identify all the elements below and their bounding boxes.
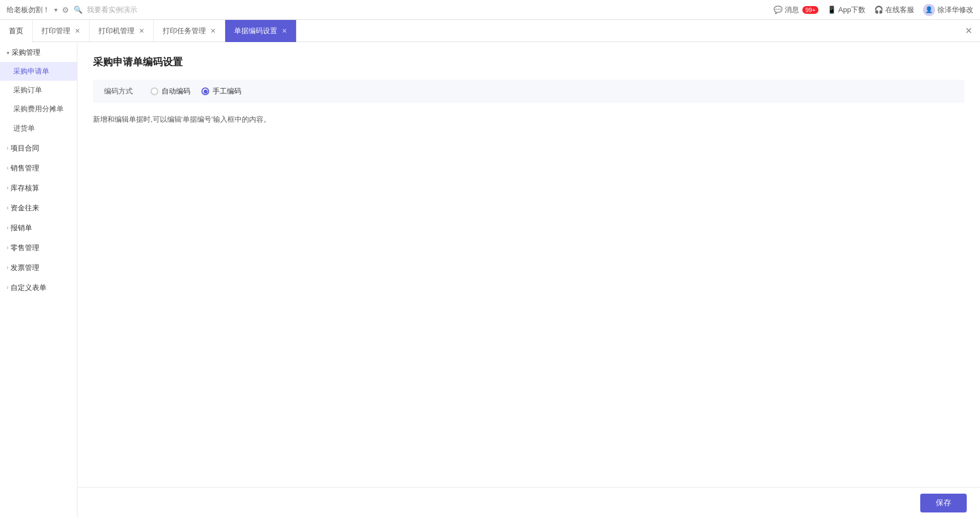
message-badge: 99+ [802,6,818,14]
collapse-arrow-icon-5: › [7,225,8,231]
radio-manual-circle [201,87,209,95]
app-download-button[interactable]: 📱 App下数 [827,5,865,15]
collapse-arrow-icon-4: › [7,205,8,211]
collapse-arrow-icon-6: › [7,245,8,251]
user-name: 徐泽华修改 [937,5,973,15]
radio-auto-circle [151,87,158,95]
tab-printer-manage-close[interactable]: ✕ [139,20,144,42]
collapse-arrow-icon-3: › [7,185,8,191]
avatar-icon: 👤 [923,4,935,16]
sidebar-group-sales-manage[interactable]: › 销售管理 [0,158,77,178]
encoding-section: 编码方式 自动编码 手工编码 [93,80,965,103]
online-service-label: 在线客服 [885,5,914,15]
app-icon: 📱 [827,6,836,14]
sidebar-item-purchase-expense[interactable]: 采购费用分摊单 [0,100,77,118]
sidebar-item-stock-in-label: 进货单 [13,124,35,132]
search-text: 我要看实例演示 [87,5,137,15]
sidebar-item-purchase-request-label: 采购申请单 [13,67,49,75]
top-bar-left: 给老板勿割！ ▾ ⚙ 🔍 我要看实例演示 [7,5,137,15]
radio-manual-code[interactable]: 手工编码 [201,86,241,96]
sidebar-group-fund[interactable]: › 资金往来 [0,198,77,217]
sidebar-group-project-contract-label: 项目合同 [11,143,39,153]
top-bar: 给老板勿割！ ▾ ⚙ 🔍 我要看实例演示 💬 消息 99+ 📱 App下数 🎧 … [0,0,980,20]
message-icon: 💬 [774,6,782,14]
content-inner: 采购申请单编码设置 编码方式 自动编码 手工编码 新增和编辑单据时,可以编辑'单… [77,42,980,487]
tab-print-task-manage-close[interactable]: ✕ [210,20,216,42]
collapse-arrow-icon-2: › [7,165,8,171]
headset-icon: 🎧 [874,6,883,14]
top-bar-brand: 给老板勿割！ [7,5,50,15]
tab-print-manage[interactable]: 打印管理 ✕ [33,20,90,42]
encoding-label: 编码方式 [104,86,137,96]
content-area: 采购申请单编码设置 编码方式 自动编码 手工编码 新增和编辑单据时,可以编辑'单… [77,42,980,518]
app-download-label: App下数 [838,5,865,15]
top-bar-right: 💬 消息 99+ 📱 App下数 🎧 在线客服 👤 徐泽华修改 [774,4,973,16]
main-layout: ▾ 采购管理 采购申请单 采购订单 采购费用分摊单 进货单 › 项目合同 › 销… [0,42,980,518]
manual-code-label: 手工编码 [212,86,241,96]
tab-print-task-manage[interactable]: 打印任务管理 ✕ [154,20,225,42]
sidebar-group-inventory-label: 库存核算 [11,183,39,193]
tab-home-label: 首页 [9,20,23,42]
sidebar-group-purchase-label: 采购管理 [12,48,40,58]
sidebar-group-sales-manage-label: 销售管理 [11,163,39,173]
tab-single-code-setting-label: 单据编码设置 [234,20,277,42]
sidebar-group-custom-form[interactable]: › 自定义表单 [0,277,77,297]
search-icon: 🔍 [74,6,82,14]
sidebar-item-purchase-request[interactable]: 采购申请单 [0,62,77,81]
user-profile[interactable]: 👤 徐泽华修改 [923,4,973,16]
tab-bar: 首页 打印管理 ✕ 打印机管理 ✕ 打印任务管理 ✕ 单据编码设置 ✕ ✕ [0,20,980,42]
tab-printer-manage[interactable]: 打印机管理 ✕ [90,20,154,42]
auto-code-label: 自动编码 [162,86,190,96]
global-close-button[interactable]: ✕ [957,25,980,36]
expand-arrow-icon: ▾ [7,50,9,56]
radio-auto-code[interactable]: 自动编码 [151,86,190,96]
tab-print-manage-label: 打印管理 [42,20,70,42]
collapse-arrow-icon-1: › [7,145,8,151]
sidebar-group-invoice-manage[interactable]: › 发票管理 [0,257,77,277]
tab-home[interactable]: 首页 [0,20,33,42]
radio-group: 自动编码 手工编码 [151,86,241,96]
online-service-button[interactable]: 🎧 在线客服 [874,5,914,15]
sidebar-group-retail-label: 零售管理 [11,243,39,253]
sidebar-group-custom-form-label: 自定义表单 [11,283,46,293]
sidebar-group-purchase-title[interactable]: ▾ 采购管理 [0,42,77,62]
sidebar-item-purchase-order[interactable]: 采购订单 [0,81,77,100]
sidebar-item-stock-in[interactable]: 进货单 [0,119,77,138]
sidebar-group-retail[interactable]: › 零售管理 [0,237,77,257]
message-button[interactable]: 💬 消息 99+ [774,5,818,15]
sidebar-group-project-contract[interactable]: › 项目合同 [0,138,77,158]
sidebar-group-invoice-manage-label: 发票管理 [11,263,39,273]
sidebar-group-returns-label: 报销单 [11,223,32,233]
page-title: 采购申请单编码设置 [93,55,965,69]
sidebar: ▾ 采购管理 采购申请单 采购订单 采购费用分摊单 进货单 › 项目合同 › 销… [0,42,77,518]
tab-printer-manage-label: 打印机管理 [98,20,134,42]
save-button[interactable]: 保存 [920,494,967,512]
message-label: 消息 [785,5,799,15]
dropdown-icon[interactable]: ▾ [54,6,58,14]
sidebar-item-purchase-expense-label: 采购费用分摊单 [13,105,64,113]
settings-icon[interactable]: ⚙ [62,6,69,14]
sidebar-group-fund-label: 资金往来 [11,203,39,213]
tab-single-code-setting-close[interactable]: ✕ [282,20,287,42]
collapse-arrow-icon-7: › [7,265,8,271]
tab-print-task-manage-label: 打印任务管理 [163,20,206,42]
collapse-arrow-icon-8: › [7,284,8,291]
sidebar-group-returns[interactable]: › 报销单 [0,217,77,237]
tab-print-manage-close[interactable]: ✕ [75,20,80,42]
sidebar-group-inventory[interactable]: › 库存核算 [0,178,77,198]
bottom-bar: 保存 [77,487,980,518]
sidebar-item-purchase-order-label: 采购订单 [13,86,42,94]
tab-single-code-setting[interactable]: 单据编码设置 ✕ [225,20,297,42]
description-text: 新增和编辑单据时,可以编辑'单据编号'输入框中的内容。 [93,114,965,126]
sidebar-group-purchase: ▾ 采购管理 采购申请单 采购订单 采购费用分摊单 进货单 [0,42,77,138]
